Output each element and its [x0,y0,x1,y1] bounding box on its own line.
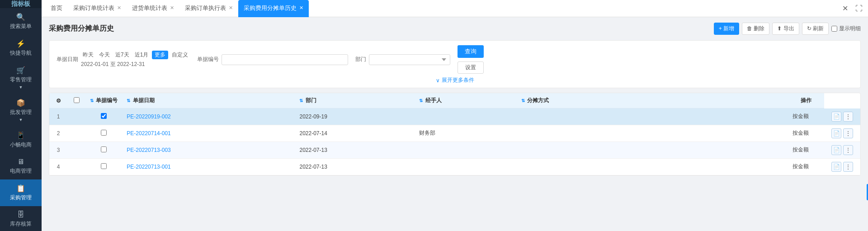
chevron-down-icon: ▼ [19,85,23,90]
doc-no-link[interactable]: PE-20220919-002 [127,113,170,120]
close-icon[interactable]: ✕ [299,5,303,11]
th-doc-no: ⇅ 单据编号 [85,93,122,108]
tab-label: 采购费用分摊单历史 [244,4,297,12]
show-cols-label: 显示明细 [839,25,861,33]
tab-home[interactable]: 首页 [45,0,68,17]
tab-label: 采购订单统计表 [73,4,114,12]
query-button[interactable]: 查询 [458,45,484,58]
doc-no-label: 单据编号 [197,56,219,63]
td-action: 📄 ⋮ [824,141,860,158]
sidebar-item-label: 采购管理 [10,194,32,202]
dept-select[interactable]: 财务部 [369,54,450,65]
fullscreen-button[interactable]: ⛶ [854,4,864,14]
purchase-icon: 📋 [16,184,25,193]
row-checkbox[interactable] [101,163,107,169]
more-button[interactable]: ⋮ [843,145,853,155]
td-action: 📄 ⋮ [824,125,860,141]
close-icon[interactable]: ✕ [170,5,174,11]
shortcut-today[interactable]: 今天 [97,51,112,59]
th-handler: ⇅ 经手人 [415,93,517,108]
sidebar-item-label: 小畅电商 [10,141,32,149]
select-all-checkbox[interactable] [74,97,80,103]
sidebar-item-quick-nav[interactable]: ⚡ 快捷导航 [0,35,42,61]
shortcut-more[interactable]: 更多 [152,51,168,59]
gear-icon[interactable]: ⚙ [56,98,61,104]
sidebar-item-purchase[interactable]: 📋 采购管理 [0,179,42,206]
more-button[interactable]: ⋮ [843,112,853,122]
expand-label: 展开更多条件 [442,76,474,84]
tab-purchase-receipt-stats[interactable]: 进货单统计表 ✕ [127,0,179,17]
edit-button[interactable]: 📄 [831,145,841,155]
td-dept [415,141,517,158]
tab-bar: 首页 采购订单统计表 ✕ 进货单统计表 ✕ 采购订单执行表 ✕ 采购费用分摊单历… [42,0,868,17]
sort-icon: ⇅ [521,98,525,103]
tab-purchase-order-stats[interactable]: 采购订单统计表 ✕ [68,0,127,17]
sidebar-item-label: 零售管理 [10,76,32,84]
sort-icon: ⇅ [299,98,303,103]
doc-no-link[interactable]: PE-20220713-003 [127,147,170,153]
tab-label: 采购订单执行表 [185,4,226,12]
search-panel: 单据日期 昨天 今天 近7天 近1月 更多 自定义 2022-01-01 至 2… [49,40,861,88]
doc-no-input[interactable] [222,54,348,65]
date-field: 单据日期 昨天 今天 近7天 近1月 更多 自定义 2022-01-01 至 2… [57,51,190,68]
close-all-tabs-button[interactable]: ✕ [840,3,850,14]
sort-icon: ⇅ [90,98,94,103]
close-icon[interactable]: ✕ [117,5,121,11]
refresh-button[interactable]: ↻ 刷新 [802,23,829,35]
toolbar: + 新增 🗑 删除 ⬆ 导出 ↻ 刷新 显示明细 [714,23,861,35]
td-date: 2022-07-13 [295,141,415,158]
settings-button[interactable]: 设置 [458,61,484,74]
th-action: 操作 [788,93,824,108]
expand-conditions-button[interactable]: ∨ 展开更多条件 [436,76,474,84]
table-row: 4 PE-20220713-001 2022-07-13 按金额 📄 ⋮ [49,158,860,175]
shortcut-7days[interactable]: 近7天 [113,51,131,59]
td-split-method: 按金额 [788,141,824,158]
edit-button[interactable]: 📄 [831,128,841,138]
tab-home-label: 首页 [51,4,62,12]
close-icon[interactable]: ✕ [229,5,233,11]
sidebar-item-search[interactable]: 🔍 搜索菜单 [0,8,42,35]
more-button[interactable]: ⋮ [843,162,853,172]
tab-purchase-order-exec[interactable]: 采购订单执行表 ✕ [179,0,238,17]
mobile-icon: 📱 [16,131,25,140]
sidebar-item-mobile[interactable]: 📱 小畅电商 [0,127,42,153]
sidebar-item-retail[interactable]: 🛒 零售管理 ▼ [0,61,42,94]
show-cols-toggle[interactable]: 显示明细 [831,25,861,33]
td-dept [415,108,517,125]
row-checkbox[interactable] [101,146,107,152]
add-button[interactable]: + 新增 [714,23,739,35]
inventory-icon: 🗄 [17,211,24,219]
table-row: 1 PE-20220919-002 2022-09-19 按金额 📄 ⋮ [49,108,860,125]
show-cols-checkbox[interactable] [831,26,837,32]
shortcut-yesterday[interactable]: 昨天 [81,51,95,59]
td-idx: 4 [49,158,67,175]
td-handler [517,158,788,175]
retail-icon: 🛒 [16,66,25,75]
chevron-down-icon: ▼ [19,118,23,122]
sidebar-item-label: 搜索菜单 [10,23,32,30]
shortcut-1month[interactable]: 近1月 [133,51,151,59]
chevron-down-icon: ∨ [436,77,440,84]
delete-button[interactable]: 🗑 删除 [742,23,769,35]
export-button[interactable]: ⬆ 导出 [772,23,799,35]
row-checkbox[interactable] [101,113,107,119]
expand-row: ∨ 展开更多条件 [57,76,853,84]
edit-button[interactable]: 📄 [831,112,841,122]
sidebar-item-ecom[interactable]: 🖥 电商管理 [0,153,42,179]
td-dept: 财务部 [415,125,517,141]
doc-no-field: 单据编号 [197,54,348,65]
doc-no-link[interactable]: PE-20220714-001 [127,130,170,137]
table-header-row: ⚙ ⇅ 单据编号 ⇅ 单据日期 [49,93,860,108]
row-checkbox[interactable] [101,130,107,136]
more-button[interactable]: ⋮ [843,128,853,138]
sidebar-item-inventory[interactable]: 🗄 库存核算 [0,206,42,231]
sidebar-item-wholesale[interactable]: 📦 批发管理 ▼ [0,94,42,127]
edit-button[interactable]: 📄 [831,162,841,172]
doc-no-link[interactable]: PE-20220713-001 [127,164,170,170]
data-table: ⚙ ⇅ 单据编号 ⇅ 单据日期 [49,93,860,175]
td-date: 2022-09-19 [295,108,415,125]
date-range: 2022-01-01 至 2022-12-31 [81,61,190,68]
td-split-method: 按金额 [788,108,824,125]
tab-purchase-cost-history[interactable]: 采购费用分摊单历史 ✕ [238,0,309,17]
shortcut-custom[interactable]: 自定义 [170,51,190,59]
